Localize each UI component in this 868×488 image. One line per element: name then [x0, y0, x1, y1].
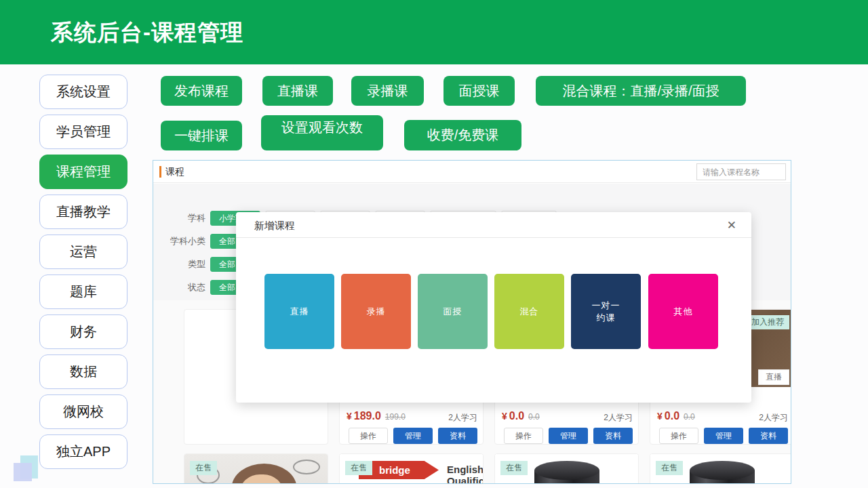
manage-button[interactable]: 管理: [393, 428, 433, 444]
type-label: 一对一 约课: [592, 300, 620, 324]
sidebar-item-question-bank[interactable]: 题库: [39, 274, 127, 309]
course-type-live[interactable]: 直播: [264, 274, 334, 349]
button-label: 直播课: [277, 82, 318, 100]
operate-button[interactable]: 操作: [659, 428, 698, 444]
course-type-mixed[interactable]: 混合: [494, 274, 564, 349]
card-actions: 操作 管理 资料: [659, 428, 788, 444]
sidebar-item-label: 运营: [70, 243, 97, 261]
modal-title: 新增课程: [254, 212, 295, 238]
currency-symbol: ¥: [502, 411, 507, 422]
operate-button[interactable]: 操作: [349, 428, 388, 444]
price-value: 0.0: [509, 410, 524, 422]
recorded-course-button[interactable]: 录播课: [351, 76, 424, 106]
sidebar-item-course-management[interactable]: 课程管理: [39, 155, 127, 189]
page: 系统后台-课程管理 系统设置 学员管理 课程管理 直播教学 运营 题库 财务 数…: [0, 0, 868, 488]
currency-symbol: ¥: [657, 411, 663, 422]
price-value: 189.0: [354, 410, 381, 422]
button-label: 一键排课: [174, 127, 229, 145]
original-price: 0.0: [528, 412, 540, 422]
sidebar-item-system-settings[interactable]: 系统设置: [39, 75, 127, 109]
sidebar-item-label: 微网校: [63, 403, 104, 421]
price-row: ¥0.00.0 2人学习: [502, 410, 633, 424]
material-button[interactable]: 资料: [749, 428, 788, 444]
sidebar-item-label: 课程管理: [56, 163, 111, 181]
course-image: bridge English Qualifications 在售: [340, 454, 483, 484]
decorative-square: [14, 463, 32, 481]
material-button[interactable]: 资料: [438, 428, 477, 444]
panel-header: 课程: [153, 161, 791, 183]
course-type-other[interactable]: 其他: [648, 274, 718, 349]
button-label: 发布课程: [174, 82, 229, 100]
course-image: 在售: [495, 454, 638, 484]
on-sale-badge: 在售: [190, 461, 217, 475]
type-label: 面授: [443, 306, 462, 318]
course-type-chip: 直播: [758, 369, 789, 385]
course-type-recorded[interactable]: 录播: [341, 274, 411, 349]
course-type-offline[interactable]: 面授: [418, 274, 488, 349]
sidebar-item-live-teaching[interactable]: 直播教学: [39, 195, 127, 229]
filter-label: 类型: [153, 258, 205, 270]
price-row: ¥0.00.0 2人学习: [657, 410, 788, 424]
sidebar-item-label: 独立APP: [56, 443, 111, 461]
sidebar-item-operations[interactable]: 运营: [39, 235, 127, 269]
one-key-schedule-button[interactable]: 一键排课: [161, 121, 242, 150]
filter-label: 学科: [153, 212, 205, 224]
filter-label: 状态: [153, 281, 205, 293]
course-type-one-on-one[interactable]: 一对一 约课: [571, 274, 641, 349]
sidebar-item-label: 题库: [70, 283, 97, 301]
course-card[interactable]: 在售: [494, 453, 639, 484]
header-bar: 系统后台-课程管理: [0, 0, 868, 64]
currency-symbol: ¥: [347, 411, 352, 422]
panel-title: 课程: [165, 161, 184, 183]
course-image: 在售: [184, 454, 328, 484]
modal-header: 新增课程 ✕: [236, 212, 751, 238]
sidebar-item-standalone-app[interactable]: 独立APP: [39, 434, 127, 469]
material-button[interactable]: 资料: [593, 428, 633, 444]
recommend-badge: 加入推荐: [746, 315, 789, 329]
operate-button[interactable]: 操作: [504, 428, 543, 444]
sidebar-item-label: 直播教学: [56, 203, 111, 221]
course-card[interactable]: 在售: [650, 453, 791, 484]
add-course-modal: 新增课程 ✕ 直播 录播 面授 混合 一对一 约课 其他: [236, 212, 751, 403]
course-card[interactable]: bridge English Qualifications 在售: [339, 453, 484, 484]
button-label: 录播课: [368, 82, 408, 100]
course-card[interactable]: 在售: [184, 453, 328, 484]
logo-text: bridge: [379, 464, 410, 476]
button-label: 收费/免费课: [427, 126, 499, 144]
students-count: 2人学习: [759, 412, 788, 424]
students-count: 2人学习: [448, 412, 477, 424]
whiteboard-doodle: [293, 460, 320, 474]
offline-course-button[interactable]: 面授课: [443, 76, 515, 106]
type-label: 直播: [290, 306, 309, 318]
lens-cap-graphic: [534, 461, 599, 480]
live-course-button[interactable]: 直播课: [262, 76, 333, 106]
sidebar-item-label: 系统设置: [56, 83, 111, 101]
type-label: 录播: [367, 306, 386, 318]
paid-free-course-button[interactable]: 收费/免费课: [404, 120, 521, 150]
button-label: 面授课: [459, 82, 500, 100]
card-actions: 操作 管理 资料: [349, 428, 477, 444]
sidebar-item-data[interactable]: 数据: [39, 354, 127, 389]
filter-label: 学科小类: [153, 235, 205, 247]
sidebar-item-label: 数据: [70, 363, 97, 381]
card-actions: 操作 管理 资料: [504, 428, 633, 444]
type-label: 其他: [674, 306, 693, 318]
original-price: 0.0: [684, 412, 695, 422]
sidebar-item-finance[interactable]: 财务: [39, 314, 127, 349]
sidebar-item-micro-school[interactable]: 微网校: [39, 394, 127, 429]
manage-button[interactable]: 管理: [704, 428, 743, 444]
set-watch-count-button[interactable]: 设置观看次数: [261, 115, 383, 150]
button-label: 设置观看次数: [281, 119, 363, 137]
course-search-input[interactable]: [696, 163, 786, 180]
course-image: 在售: [650, 454, 791, 484]
students-count: 2人学习: [604, 412, 633, 424]
publish-course-button[interactable]: 发布课程: [161, 76, 242, 106]
manage-button[interactable]: 管理: [549, 428, 588, 444]
sidebar-item-student-management[interactable]: 学员管理: [39, 115, 127, 149]
sidebar-item-label: 学员管理: [56, 123, 111, 141]
mixed-course-button[interactable]: 混合课程：直播/录播/面授: [536, 76, 746, 106]
close-icon[interactable]: ✕: [727, 212, 736, 238]
original-price: 199.0: [385, 412, 406, 422]
price-value: 0.0: [665, 410, 679, 422]
on-sale-badge: 在售: [500, 461, 528, 475]
